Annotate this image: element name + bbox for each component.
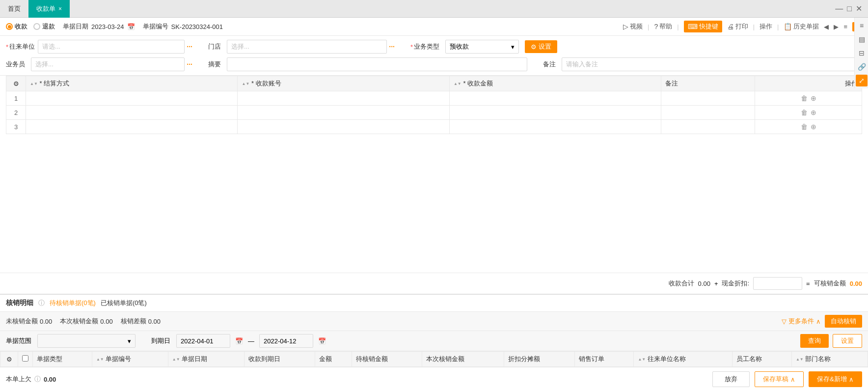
tab-home[interactable]: 首页 <box>0 0 28 18</box>
footer-right: 放弃 保存草稿 ∧ 保存&新增 ∧ <box>712 371 862 387</box>
range-field: 单据范围 ▾ <box>6 334 136 348</box>
draft-btn[interactable]: 保存草稿 ∧ <box>755 371 804 387</box>
table-row: 2 🗑 ⊕ <box>6 106 862 120</box>
discount-input[interactable] <box>753 277 802 290</box>
row-1-delete-icon[interactable]: 🗑 <box>801 94 808 102</box>
date-calendar-icon[interactable]: 📅 <box>127 23 135 30</box>
toolbar-right: ▷ 视频 | ? 帮助 | ⌨ 快捷键 🖨 打印 | 操作 | � <box>623 21 862 32</box>
col-operation: 操作 <box>755 76 862 91</box>
draft-dropdown-icon[interactable]: ∧ <box>790 376 795 383</box>
store-field: 门店 选择... ··· <box>208 40 395 54</box>
operation-btn[interactable]: 操作 <box>760 22 772 31</box>
row-3-account[interactable] <box>238 120 449 134</box>
row-2-remark[interactable] <box>661 106 755 120</box>
sidebar-icon-1[interactable]: ≡ <box>856 20 868 31</box>
row-3-remark[interactable] <box>661 120 755 134</box>
abandon-btn[interactable]: 放弃 <box>712 371 750 387</box>
counterpart-more-icon[interactable]: ··· <box>187 43 192 51</box>
bottom-col-current: 本次核销金额 <box>422 352 504 367</box>
help-btn[interactable]: ? 帮助 <box>654 22 672 31</box>
shortcut-btn[interactable]: ⌨ 快捷键 <box>684 21 722 32</box>
row-2-op: 🗑 ⊕ <box>755 106 862 120</box>
bottom-col-settings[interactable]: ⚙ <box>0 352 18 367</box>
due-date-to[interactable]: 2022-04-12 <box>259 334 313 348</box>
salesperson-more-icon[interactable]: ··· <box>187 60 192 68</box>
nav-next-icon[interactable]: ▶ <box>834 23 839 30</box>
sidebar-icon-4[interactable]: 🔗 <box>856 61 868 73</box>
query-btn[interactable]: 查询 <box>800 334 829 348</box>
salesperson-input[interactable]: 选择... <box>31 57 185 71</box>
settings-button[interactable]: ⚙ 设置 <box>525 40 557 53</box>
table-row: 3 🗑 ⊕ <box>6 120 862 134</box>
auto-verify-btn[interactable]: 自动核销 <box>825 315 862 328</box>
bottom-col-discount: 折扣分摊额 <box>504 352 574 367</box>
row-2-settlement[interactable] <box>26 106 238 120</box>
row-3-settlement[interactable] <box>26 120 238 134</box>
table-col-settings[interactable]: ⚙ <box>6 76 26 91</box>
video-btn[interactable]: ▷ 视频 <box>623 22 643 31</box>
row-2-account[interactable] <box>238 106 449 120</box>
window-maximize[interactable]: □ <box>847 4 852 13</box>
counterpart-input[interactable]: 请选... <box>38 40 185 54</box>
row-1-amount[interactable] <box>449 91 661 106</box>
nav-prev-icon[interactable]: ◀ <box>824 23 829 30</box>
summary-input[interactable] <box>227 57 527 71</box>
save-btn[interactable]: 保存&新增 ∧ <box>809 371 862 387</box>
radio-receipt[interactable]: 收款 <box>6 22 27 31</box>
available-label: 可核销金额 <box>814 279 846 288</box>
row-2-copy-icon[interactable]: ⊕ <box>811 109 816 116</box>
tab-bar: 首页 收款单 × — □ ✕ <box>0 0 868 18</box>
bottom-col-checkbox[interactable] <box>18 352 33 367</box>
row-1-op: 🗑 ⊕ <box>755 91 862 106</box>
filter-icon: ▽ <box>782 318 787 325</box>
save-dropdown-icon[interactable]: ∧ <box>849 376 854 383</box>
store-input[interactable]: 选择... <box>227 40 387 54</box>
bottom-col-due: 收款到期日 <box>244 352 315 367</box>
list-view-icon[interactable]: ≡ <box>843 23 847 30</box>
store-more-icon[interactable]: ··· <box>389 43 395 51</box>
row-num-3: 3 <box>6 120 26 134</box>
row-3-delete-icon[interactable]: 🗑 <box>801 123 808 131</box>
print-btn[interactable]: 🖨 打印 <box>727 22 748 31</box>
counterpart-field: * 往来单位 请选... ··· <box>6 40 192 54</box>
row-2-delete-icon[interactable]: 🗑 <box>801 109 808 116</box>
pending-tab[interactable]: 待核销单据(0笔) <box>50 299 96 307</box>
row-1-settlement[interactable] <box>26 91 238 106</box>
tab-receipt[interactable]: 收款单 × <box>28 0 70 18</box>
business-type-select[interactable]: 预收款 ▾ <box>445 40 519 54</box>
sidebar-icon-3[interactable]: ⊟ <box>856 47 868 59</box>
window-close[interactable]: ✕ <box>856 4 862 13</box>
bottom-col-date: ▲▼ 单据日期 <box>168 352 244 367</box>
stats-row: 未核销金额 0.00 本次核销金额 0.00 核销差额 0.00 ▽ 更多条件 … <box>0 312 868 331</box>
select-all-checkbox[interactable] <box>22 355 28 362</box>
total-val: 0.00 <box>698 280 710 287</box>
form-row-2: 业务员 选择... ··· 摘要 备注 请输入备注 <box>6 57 862 71</box>
sidebar-icon-2[interactable]: ▤ <box>856 33 868 45</box>
range-select[interactable]: ▾ <box>37 334 136 348</box>
row-3-amount[interactable] <box>449 120 661 134</box>
due-date-from[interactable]: 2022-04-01 <box>176 334 230 348</box>
radio-refund[interactable]: 退款 <box>33 22 55 31</box>
row-1-copy-icon[interactable]: ⊕ <box>811 94 816 102</box>
date-cal-icon-from[interactable]: 📅 <box>235 337 243 345</box>
tab-receipt-close[interactable]: × <box>58 5 62 12</box>
verification-header: 核销明细 ⓘ 待核销单据(0笔) 已核销单据(0笔) <box>0 295 868 312</box>
plus-sign: + <box>714 280 718 287</box>
history-btn[interactable]: 📋 历史单据 <box>784 22 819 31</box>
row-1-account[interactable] <box>238 91 449 106</box>
total-label: 收款合计 <box>669 279 694 288</box>
window-minimize[interactable]: — <box>835 4 843 13</box>
done-tab[interactable]: 已核销单据(0笔) <box>101 299 147 307</box>
row-2-amount[interactable] <box>449 106 661 120</box>
more-conditions-btn[interactable]: ▽ 更多条件 ∧ <box>782 317 821 326</box>
row-1-remark[interactable] <box>661 91 755 106</box>
filter-setting-btn[interactable]: 设置 <box>833 334 862 348</box>
sidebar-icon-5[interactable]: ⤢ <box>856 75 868 86</box>
bottom-col-sales-order: 销售订单 <box>574 352 634 367</box>
remark-input[interactable]: 请输入备注 <box>562 57 862 71</box>
date-cal-icon-to[interactable]: 📅 <box>318 337 326 345</box>
toolbar: 收款 退款 单据日期 2023-03-24 📅 单据编号 SK-20230324… <box>0 18 868 36</box>
row-num-2: 2 <box>6 106 26 120</box>
info-icon: ⓘ <box>38 299 45 307</box>
row-3-copy-icon[interactable]: ⊕ <box>811 123 816 131</box>
